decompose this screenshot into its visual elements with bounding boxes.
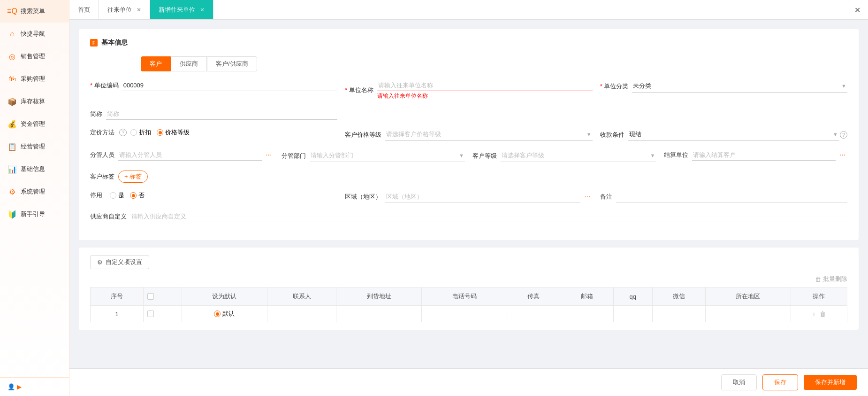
add-tag-btn[interactable]: + 标签 — [118, 171, 148, 183]
field-shortname: 简称 — [90, 109, 337, 120]
settlement-input[interactable] — [692, 149, 836, 161]
col-fax: 传真 — [507, 287, 560, 306]
customer-price-chevron: ▼ — [586, 132, 592, 137]
pricing-radio-discount[interactable]: 折扣 — [130, 128, 151, 137]
sidebar-expand-icon: ▶ — [17, 383, 22, 390]
disable-no-circle — [130, 192, 137, 199]
sidebar-item-operations[interactable]: 📋 经营管理 — [0, 135, 69, 158]
name-label: 单位名称 — [345, 86, 373, 94]
col-qq: qq — [613, 287, 652, 306]
form-row-4: 分管人员 ··· 分管部门 请输入分管部门 ▼ 客户等级 请选择客户等级 ▼ — [90, 149, 847, 162]
sales-icon: ◎ — [8, 52, 17, 61]
customer-level-chevron: ▼ — [650, 153, 655, 158]
select-all-checkbox[interactable] — [147, 293, 154, 300]
form-row-2: 简称 — [90, 109, 847, 120]
form-row-5: 客户标签 + 标签 — [90, 171, 847, 183]
supplier-custom-label: 供应商自定义 — [90, 212, 127, 221]
settlement-more-btn[interactable]: ··· — [838, 151, 847, 159]
sidebar-item-quick-nav[interactable]: ⌂ 快捷导航 — [0, 23, 69, 45]
department-label: 分管部门 — [282, 152, 306, 160]
row-checkbox[interactable] — [147, 311, 154, 317]
sidebar-item-sales[interactable]: ◎ 销售管理 — [0, 45, 69, 68]
disable-radio-yes[interactable]: 是 — [110, 191, 124, 200]
cancel-button[interactable]: 取消 — [721, 374, 757, 390]
department-select[interactable]: 请输入分管部门 ▼ — [310, 149, 465, 162]
sidebar-item-search[interactable]: ≡Q 搜索菜单 — [0, 0, 69, 23]
shortname-input[interactable] — [106, 109, 337, 120]
remark-input[interactable] — [616, 191, 847, 202]
row-add-btn[interactable]: + — [812, 311, 816, 318]
disable-radio-no[interactable]: 否 — [130, 191, 145, 200]
tab-partners[interactable]: 往来单位 ✕ — [99, 0, 150, 19]
tags-label: 客户标签 — [90, 172, 114, 181]
manager-input[interactable] — [118, 149, 262, 161]
row-delete-btn[interactable]: 🗑 — [820, 311, 826, 318]
col-region: 所在地区 — [705, 287, 791, 306]
sidebar-item-newbie[interactable]: 🔰 新手引导 — [0, 203, 69, 225]
tab-new-partner[interactable]: 新增往来单位 ✕ — [150, 0, 213, 19]
category-select[interactable]: 未分类 ▼ — [632, 80, 847, 93]
code-input[interactable] — [122, 80, 338, 91]
payment-select[interactable]: 现结 ▼ — [628, 128, 839, 141]
col-check — [144, 287, 182, 306]
window-close-icon[interactable]: ✕ — [854, 5, 860, 14]
region-label: 区域（地区） — [345, 193, 381, 201]
save-button[interactable]: 保存 — [762, 374, 798, 390]
field-payment: 收款条件 现结 ▼ ? — [600, 128, 847, 141]
code-label: 单位编码 — [90, 81, 119, 90]
sidebar-item-finance[interactable]: 💰 资金管理 — [0, 113, 69, 135]
batch-delete-area: 🗑 批量删除 — [90, 275, 847, 283]
customer-price-select[interactable]: 请选择客户价格等级 ▼ — [385, 128, 592, 141]
row-default-radio[interactable]: 默认 — [186, 310, 263, 318]
custom-settings-btn[interactable]: ⚙ 自定义项设置 — [90, 255, 149, 269]
name-error-tip: 请输入往来单位名称 — [377, 92, 593, 100]
basic-info-section: F 基本信息 客户 供应商 客户/供应商 单位编码 单位名称 — [79, 29, 859, 240]
unit-type-both[interactable]: 客户/供应商 — [207, 56, 257, 71]
settings-icon: ⚙ — [97, 259, 103, 266]
form-row-6: 停用 是 否 区域（地区） ··· — [90, 191, 847, 202]
region-more-btn[interactable]: ··· — [582, 193, 592, 201]
sidebar-item-purchase[interactable]: 🛍 采购管理 — [0, 68, 69, 90]
pricing-help-icon: ? — [119, 129, 127, 136]
tab-home[interactable]: 首页 — [69, 0, 99, 19]
unit-type-customer[interactable]: 客户 — [141, 56, 171, 71]
newbie-icon: 🔰 — [8, 210, 17, 219]
col-wechat: 微信 — [652, 287, 705, 306]
manager-more-btn[interactable]: ··· — [264, 151, 274, 159]
payment-help-icon: ? — [840, 131, 847, 139]
name-input[interactable] — [377, 80, 593, 91]
department-chevron: ▼ — [459, 153, 464, 158]
customer-level-select[interactable]: 请选择客户等级 ▼ — [501, 149, 656, 162]
row-region — [705, 306, 791, 322]
basic-info-icon: 📊 — [8, 164, 17, 174]
unit-type-supplier[interactable]: 供应商 — [171, 56, 207, 71]
disable-label: 停用 — [90, 191, 102, 200]
sidebar-user-icon: 👤 — [8, 383, 15, 390]
inventory-icon: 📦 — [8, 97, 17, 106]
field-category: 单位分类 未分类 ▼ — [600, 80, 847, 93]
sidebar-item-basic-info[interactable]: 📊 基础信息 — [0, 158, 69, 180]
batch-delete-icon: 🗑 — [815, 276, 821, 283]
row-action-btns: + 🗑 — [795, 311, 843, 318]
col-default: 设为默认 — [182, 287, 267, 306]
form-row-3: 定价方法 ? 折扣 价格等级 客户价格等级 — [90, 128, 847, 141]
save-new-button[interactable]: 保存并新增 — [804, 375, 857, 390]
payment-chevron: ▼ — [833, 132, 838, 137]
row-wechat — [652, 306, 705, 322]
supplier-custom-input[interactable] — [130, 211, 847, 222]
purchase-icon: 🛍 — [8, 74, 17, 84]
default-radio-circle — [214, 311, 221, 317]
tab-partners-close[interactable]: ✕ — [137, 7, 141, 13]
sidebar: ≡Q 搜索菜单 ⌂ 快捷导航 ◎ 销售管理 🛍 采购管理 📦 库存核算 💰 资金… — [0, 0, 69, 396]
home-icon: ⌂ — [8, 29, 17, 39]
finance-icon: 💰 — [8, 119, 17, 129]
pricing-label: 定价方法 — [90, 128, 114, 137]
category-label: 单位分类 — [600, 82, 629, 91]
sidebar-item-inventory[interactable]: 📦 库存核算 — [0, 90, 69, 113]
sidebar-item-system[interactable]: ⚙ 系统管理 — [0, 180, 69, 203]
customer-level-label: 客户等级 — [472, 152, 497, 160]
tab-new-partner-close[interactable]: ✕ — [200, 7, 205, 13]
region-input[interactable] — [385, 191, 580, 202]
field-department: 分管部门 请输入分管部门 ▼ — [282, 149, 465, 162]
pricing-radio-price-level[interactable]: 价格等级 — [157, 128, 190, 137]
